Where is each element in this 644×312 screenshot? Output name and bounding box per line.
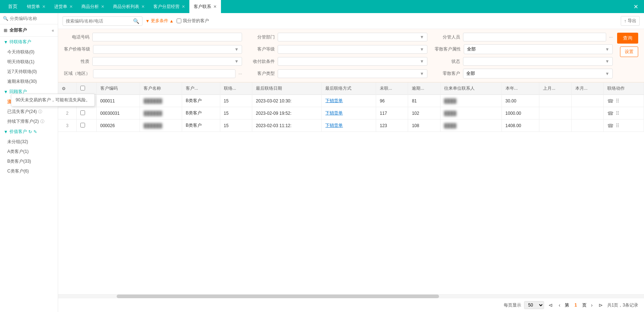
filter-price-level: 客户价格等级 ▼	[64, 45, 242, 54]
close-icon[interactable]: ✕	[141, 4, 145, 9]
more-conditions-button[interactable]: ▼ 更多条件 ▲	[145, 18, 174, 24]
tab-sales[interactable]: 销货单 ✕	[23, 0, 50, 13]
sidebar-item-type-a[interactable]: A类客户(1)	[0, 147, 58, 157]
row-name: ██████	[140, 107, 182, 119]
row-select-checkbox[interactable]	[80, 123, 85, 127]
filter-select-customer-level[interactable]: ▼	[278, 45, 427, 54]
tab-goods-analysis[interactable]: 商品分析 ✕	[77, 0, 109, 13]
col-last-date[interactable]: 最后联络日期	[252, 82, 322, 95]
more-actions-icon[interactable]: ⠿	[616, 110, 619, 116]
close-icon[interactable]: ✕	[213, 4, 217, 9]
first-page-button[interactable]: ⊲	[547, 301, 554, 309]
filter-select-dept[interactable]: ▼	[278, 33, 427, 41]
row-checkbox[interactable]	[77, 119, 97, 132]
col-checkbox[interactable]	[77, 82, 97, 95]
per-page-select[interactable]: 50 20 100	[524, 301, 544, 309]
sidebar-group-value[interactable]: ▼ 价值客户 ↻ ✎	[0, 126, 58, 137]
close-icon[interactable]: ✕	[42, 4, 45, 9]
row-select-checkbox[interactable]	[80, 110, 85, 115]
next-page-button[interactable]: ›	[589, 301, 594, 309]
col-type[interactable]: 客户...	[182, 82, 220, 95]
col-name[interactable]: 客户名称	[140, 82, 182, 95]
filter-label-dept: 分管部门	[249, 34, 275, 40]
sidebar-item-type-b[interactable]: B类客户(33)	[0, 157, 58, 166]
col-partner[interactable]: 往来单位联系人	[440, 82, 502, 95]
more-actions-icon[interactable]: ⠿	[616, 98, 619, 104]
select-all-checkbox[interactable]	[80, 86, 85, 90]
sidebar-item-overdue-contact[interactable]: 逾期未联络(30)	[0, 77, 58, 86]
table-area: ⚙ 客户编码 客户名称 客户... 联络...	[58, 82, 644, 294]
horizontal-scrollbar[interactable]	[58, 294, 644, 298]
sidebar-item-ungrouped[interactable]: 未分组(32)	[0, 137, 58, 147]
sidebar-item-week-contact[interactable]: 近7天待联络(0)	[0, 67, 58, 77]
collapse-icon[interactable]: «	[52, 28, 54, 33]
col-overdue[interactable]: 逾期...	[408, 82, 440, 95]
sidebar-item-type-c[interactable]: C类客户(6)	[0, 166, 58, 176]
sidebar-group-pending[interactable]: ▼ 待联络客户	[0, 37, 58, 47]
filter-input-region[interactable]	[93, 69, 236, 78]
scrollbar-thumb[interactable]	[117, 295, 439, 298]
tab-home[interactable]: 首页	[3, 0, 23, 13]
my-customers-checkbox[interactable]: 我分管的客户	[177, 18, 209, 24]
row-last-method[interactable]: 下销货单	[322, 95, 376, 107]
sidebar-item-declining[interactable]: 持续下滑客户(2) ⓘ	[0, 117, 58, 126]
export-button[interactable]: ↑ 导出	[621, 16, 640, 26]
tab-customer-contact[interactable]: 客户联系 ✕	[189, 0, 221, 13]
row-index: 2	[58, 107, 77, 119]
filter-select-scatter-attr[interactable]: 全部 ▼	[464, 44, 613, 54]
row-last-method[interactable]: 下销货单	[322, 119, 376, 132]
window-close-button[interactable]: ✕	[631, 3, 641, 10]
filter-select-nature[interactable]: ▼	[92, 57, 242, 66]
col-settings[interactable]: ⚙	[58, 82, 77, 95]
content-area: 🔍 ▼ 更多条件 ▲ 我分管的客户 ↑ 导出	[58, 13, 644, 312]
sidebar-search-area: 🔍	[0, 13, 58, 24]
more-icon[interactable]: ···	[238, 71, 242, 76]
tab-goods-list[interactable]: 商品分析列表 ✕	[109, 0, 149, 13]
filter-label-payment: 收付款条件	[249, 58, 275, 65]
col-last-method[interactable]: 最后联络方式	[322, 82, 376, 95]
contact-icon[interactable]: ☎	[607, 123, 613, 129]
tab-customer-layer[interactable]: 客户分层经营 ✕	[149, 0, 189, 13]
filter-input-manager[interactable]	[463, 33, 606, 41]
col-uncontacted[interactable]: 未联...	[376, 82, 408, 95]
search-input[interactable]	[66, 19, 133, 24]
close-icon[interactable]: ✕	[182, 4, 185, 9]
row-checkbox[interactable]	[77, 107, 97, 119]
filter-select-status[interactable]: ▼	[463, 57, 613, 66]
search-button[interactable]: 🔍	[133, 18, 139, 24]
tab-purchase[interactable]: 进货单 ✕	[50, 0, 77, 13]
col-code[interactable]: 客户编码	[96, 82, 140, 95]
filter-select-price-level[interactable]: ▼	[93, 45, 242, 54]
col-last-month[interactable]: 上月...	[539, 82, 571, 95]
close-icon[interactable]: ✕	[101, 4, 104, 9]
more-icon[interactable]: ···	[609, 35, 613, 40]
last-page-button[interactable]: ⊳	[597, 301, 604, 309]
refresh-icon[interactable]: ↻	[28, 129, 32, 134]
filter-select-scatter-customer[interactable]: 全部 ▼	[463, 69, 613, 78]
filter-input-phone[interactable]	[92, 33, 242, 41]
close-icon[interactable]: ✕	[69, 4, 73, 9]
sidebar-search-input[interactable]	[10, 16, 58, 21]
filter-select-payment[interactable]: ▼	[278, 57, 427, 66]
edit-icon[interactable]: ✎	[33, 129, 37, 134]
sidebar-item-lost[interactable]: 已流失客户(24) ⓘ	[0, 107, 58, 117]
filter-select-customer-type[interactable]: ▼	[278, 69, 427, 78]
per-page-label: 每页显示	[504, 302, 521, 308]
filter-row-1: 电话号码 分管部门 ▼ 分管人员 ···	[64, 33, 613, 41]
sidebar-item-tomorrow-contact[interactable]: 明天待联络(1)	[0, 57, 58, 67]
contact-icon[interactable]: ☎	[607, 98, 613, 104]
sidebar-item-today-contact[interactable]: 今天待联络(0)	[0, 47, 58, 57]
col-this-year[interactable]: 本年...	[502, 82, 539, 95]
my-customers-check[interactable]	[177, 19, 181, 23]
all-customers-item[interactable]: ⊞ 全部客户 «	[0, 24, 58, 37]
query-button[interactable]: 查询	[617, 33, 638, 44]
prev-page-button[interactable]: ‹	[557, 301, 562, 309]
contact-icon[interactable]: ☎	[607, 110, 613, 116]
row-last-method[interactable]: 下销货单	[322, 107, 376, 119]
more-actions-icon[interactable]: ⠿	[616, 123, 619, 129]
chevron-down-icon: ▼	[420, 71, 424, 76]
settings-button[interactable]: 设置	[620, 46, 638, 57]
col-contact[interactable]: 联络...	[220, 82, 252, 95]
row-this-month	[571, 119, 603, 132]
col-this-month[interactable]: 本月...	[571, 82, 603, 95]
